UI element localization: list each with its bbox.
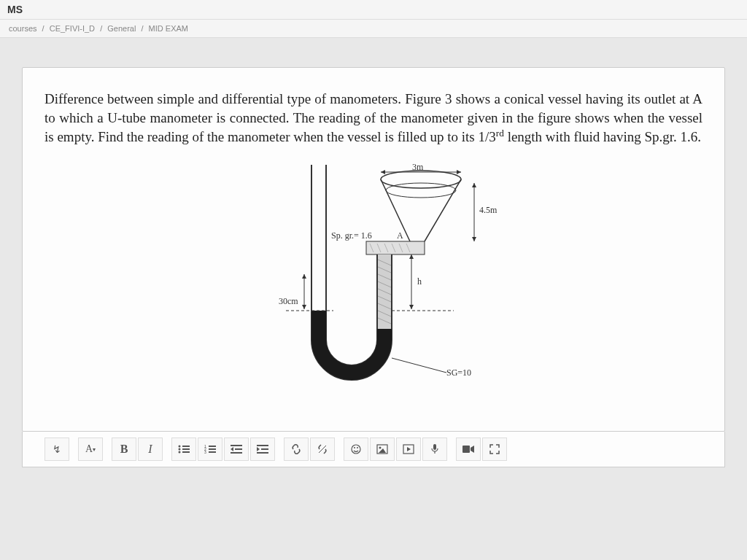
svg-line-39: [392, 358, 446, 373]
svg-marker-8: [472, 183, 476, 187]
svg-marker-68: [407, 447, 411, 451]
link-button[interactable]: [284, 438, 309, 461]
unlink-icon: [317, 443, 328, 455]
svg-marker-72: [471, 446, 474, 453]
breadcrumb-sep: /: [141, 24, 143, 33]
svg-rect-47: [209, 446, 216, 447]
label-30cm: 30cm: [279, 296, 298, 307]
svg-marker-35: [302, 305, 306, 309]
ms-logo: MS: [7, 4, 23, 15]
svg-rect-58: [261, 448, 268, 450]
svg-marker-2: [457, 170, 461, 174]
question-content: Difference between simple and differenti…: [22, 67, 725, 432]
indent-icon: [257, 444, 268, 454]
breadcrumb-item[interactable]: courses: [9, 24, 37, 33]
image-button[interactable]: [370, 438, 395, 461]
breadcrumb-sep: /: [42, 24, 44, 33]
svg-marker-66: [379, 448, 386, 453]
media-button[interactable]: [396, 438, 421, 461]
svg-marker-34: [302, 274, 306, 279]
svg-marker-53: [231, 447, 233, 451]
question-sup: rd: [496, 128, 504, 139]
svg-point-3: [381, 171, 461, 188]
svg-rect-41: [182, 446, 190, 447]
svg-point-42: [179, 448, 181, 451]
figure-container: 3m 4.5m Sp. gr.= 1.6 A h 30cm SG=10: [44, 158, 703, 405]
paragraph-button[interactable]: ↯: [44, 438, 69, 461]
svg-point-63: [357, 447, 358, 448]
font-color-button[interactable]: A▾: [78, 438, 103, 461]
italic-icon: I: [148, 443, 152, 456]
emoji-button[interactable]: [344, 438, 368, 461]
unlink-button[interactable]: [310, 438, 335, 461]
svg-rect-52: [231, 445, 242, 446]
manometer-figure: 3m 4.5m Sp. gr.= 1.6 A h 30cm SG=10: [228, 158, 519, 405]
svg-rect-51: [209, 451, 216, 453]
breadcrumb-item[interactable]: CE_FIVI-I_D: [50, 24, 95, 33]
svg-marker-1: [381, 170, 385, 174]
breadcrumb-sep: /: [100, 24, 102, 33]
ordered-list-button[interactable]: 123: [198, 438, 222, 461]
svg-text:3: 3: [204, 450, 206, 454]
svg-marker-57: [257, 447, 260, 451]
top-bar: MS: [0, 0, 747, 20]
svg-point-61: [352, 445, 360, 454]
label-sg-10: SG=10: [446, 368, 471, 378]
svg-rect-71: [462, 446, 470, 453]
ul-icon: [178, 444, 190, 454]
svg-rect-55: [231, 452, 242, 454]
breadcrumb-item[interactable]: General: [107, 24, 136, 33]
svg-marker-9: [472, 237, 476, 241]
bold-icon: B: [120, 443, 128, 456]
label-h: h: [417, 276, 422, 287]
svg-rect-45: [182, 451, 190, 453]
svg-point-65: [379, 447, 382, 449]
svg-rect-56: [257, 445, 268, 446]
bold-button[interactable]: B: [112, 438, 136, 461]
italic-button[interactable]: I: [138, 438, 163, 461]
outdent-icon: [231, 444, 242, 454]
svg-rect-49: [209, 448, 216, 450]
question-text: Difference between simple and differenti…: [44, 90, 703, 147]
question-part2: length with fluid having Sp.gr. 1.6.: [504, 130, 701, 145]
svg-rect-59: [257, 452, 268, 454]
svg-rect-10: [366, 241, 425, 254]
label-sp-gr: Sp. gr.= 1.6: [331, 230, 372, 241]
label-4-5m: 4.5m: [479, 205, 497, 216]
svg-marker-37: [409, 254, 414, 259]
fullscreen-icon: [489, 443, 500, 455]
svg-point-4: [386, 183, 456, 198]
mic-icon: [430, 443, 440, 455]
media-icon: [403, 444, 414, 454]
svg-rect-43: [182, 448, 190, 450]
indent-button[interactable]: [250, 438, 275, 461]
outdent-button[interactable]: [224, 438, 249, 461]
label-3m: 3m: [412, 162, 423, 173]
font-icon: A: [85, 443, 93, 455]
fullscreen-button[interactable]: [482, 438, 507, 461]
image-icon: [376, 444, 388, 454]
editor-toolbar: ↯ A▾ B I 123: [22, 432, 725, 467]
breadcrumb: courses / CE_FIVI-I_D / General / MID EX…: [0, 20, 747, 38]
svg-rect-54: [235, 448, 242, 450]
video-button[interactable]: [456, 438, 481, 461]
svg-rect-69: [433, 444, 436, 450]
svg-point-44: [179, 451, 181, 454]
svg-line-6: [425, 179, 461, 241]
video-icon: [462, 444, 475, 454]
svg-point-62: [354, 447, 355, 448]
label-point-a: A: [397, 230, 403, 241]
mic-button[interactable]: [422, 438, 447, 461]
svg-marker-38: [409, 305, 414, 309]
unordered-list-button[interactable]: [171, 438, 196, 461]
link-icon: [290, 443, 302, 455]
svg-line-5: [381, 179, 410, 241]
figure-svg: [228, 158, 519, 405]
breadcrumb-item[interactable]: MID EXAM: [149, 24, 188, 33]
svg-point-40: [179, 446, 181, 448]
paragraph-icon: ↯: [53, 443, 61, 455]
emoji-icon: [350, 443, 362, 455]
ol-icon: 123: [204, 444, 216, 454]
